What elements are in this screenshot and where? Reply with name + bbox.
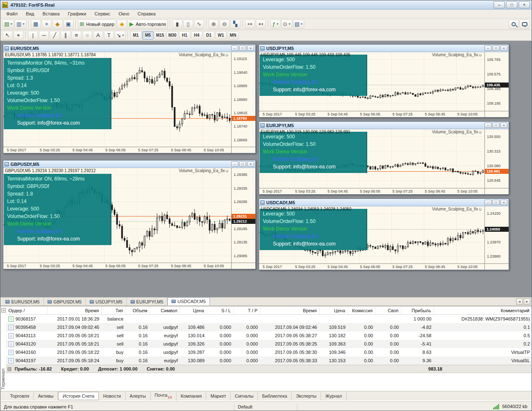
history-row-90443197[interactable]: ↑904431972017.09.05 05:18:24buy0.16eurjp… [6, 356, 532, 365]
vertical-line-button[interactable]: | [28, 31, 38, 40]
column-header-swap[interactable]: Своп [376, 306, 401, 314]
column-header-volume[interactable]: Объем [126, 306, 150, 314]
crosshair-button[interactable]: ⌖ [13, 31, 23, 40]
navigator-button[interactable]: ◆ [53, 20, 63, 29]
chart-titlebar-usdcadf[interactable]: USDCADf,M5–□× [259, 199, 509, 206]
chart-titlebar-gbpusdf[interactable]: GBPUSDf,M5–□× [3, 160, 255, 168]
auto-scroll-button[interactable]: ↦ [245, 20, 255, 29]
menu-item-2[interactable]: Вставка [38, 10, 64, 17]
chart-tab-gbpusdf-m5[interactable]: GBPUSDf,M5 [44, 298, 86, 306]
shapes-button[interactable]: ○ [82, 31, 92, 40]
tile-windows-button[interactable]: ▚ [230, 20, 240, 29]
chart-tab-usdcadf-m5[interactable]: USDCADf,M5 [167, 297, 210, 306]
chart-close-button[interactable]: × [247, 161, 254, 167]
time-axis[interactable]: 5 Sep 20175 Sep 03:255 Sep 04:455 Sep 06… [3, 147, 231, 153]
chart-close-button[interactable]: × [500, 45, 507, 51]
chart-titlebar-eurusdf[interactable]: EURUSDf,M5–□× [3, 45, 255, 52]
price-scale[interactable]: 1.191151.190401.189651.188901.188151.187… [231, 52, 255, 147]
timeframe-m30[interactable]: M30 [166, 31, 178, 40]
terminal-close-icon[interactable]: × [1, 308, 6, 313]
autotrade-button[interactable]: ▶Авто-торговля [128, 20, 168, 29]
time-axis[interactable]: 5 Sep 20175 Sep 03:255 Sep 04:455 Sep 06… [3, 263, 231, 269]
chart-close-button[interactable]: × [247, 45, 254, 51]
time-axis[interactable]: 5 Sep 20175 Sep 03:255 Sep 04:455 Sep 06… [259, 263, 484, 270]
title-bar[interactable]: 479102: FortFS-Real – □ × [0, 0, 532, 10]
menu-item-6[interactable]: Справка [134, 10, 160, 17]
arrows-button[interactable]: ↘▾ [115, 31, 126, 40]
history-row-90443160[interactable]: ↑904431602017.09.05 05:18:22buy0.16usdjp… [6, 348, 532, 356]
candlestick-button[interactable]: ▯ [183, 20, 193, 29]
terminal-tab-company[interactable]: Компания [176, 392, 206, 400]
column-header-time[interactable]: Время [48, 306, 102, 314]
menu-item-0[interactable]: Файл [2, 10, 22, 17]
window-close-button[interactable]: × [519, 1, 530, 8]
chart-tab-usdjpyf-m5[interactable]: USDJPYf,M5 [86, 298, 127, 306]
menu-item-3[interactable]: Графики [64, 10, 91, 17]
menu-item-4[interactable]: Сервис [91, 10, 115, 17]
chart-restore-button[interactable]: □ [239, 161, 246, 167]
window-minimize-button[interactable]: – [494, 1, 505, 8]
timeframe-mn[interactable]: MN [227, 31, 239, 40]
chart-close-button[interactable]: × [500, 123, 507, 128]
time-axis[interactable]: 5 Sep 20175 Sep 03:255 Sep 04:455 Sep 06… [259, 188, 484, 194]
terminal-tab-experts[interactable]: Эксперты [292, 392, 321, 400]
search-button[interactable] [509, 20, 519, 29]
data-window-button[interactable]: ⌖ [42, 20, 52, 29]
column-header-type[interactable]: Тип [102, 306, 126, 314]
zoom-in-button[interactable]: ⊕ [209, 20, 219, 29]
terminal-tab-journal[interactable]: Журнал [321, 392, 346, 400]
bar-chart-button[interactable]: ▮ [172, 20, 182, 29]
window-restore-button[interactable]: □ [506, 1, 517, 8]
chart-restore-button[interactable]: □ [492, 45, 499, 51]
column-header-tp[interactable]: T / P [234, 306, 260, 314]
timeframe-d1[interactable]: D1 [203, 31, 214, 40]
chart-plot-usdjpyf[interactable]: USDJPYf,M5 109.445 109.445 109.433 109.4… [259, 52, 484, 111]
menu-item-5[interactable]: Окно [114, 10, 134, 17]
column-header-commission[interactable]: Комиссия [348, 306, 376, 314]
chart-close-button[interactable]: × [500, 200, 507, 205]
chart-plot-gbpusdf[interactable]: GBPUSDf,M5 1.29216 1.29230 1.29197 1.292… [3, 168, 231, 263]
price-scale[interactable]: 1.241501.239701.238801.24050 [484, 206, 509, 263]
column-header-comment[interactable]: Комментарий [434, 306, 532, 314]
new-chart-button[interactable]: ▤▾ [3, 20, 14, 29]
time-axis[interactable]: 5 Sep 20175 Sep 03:255 Sep 04:455 Sep 06… [259, 111, 484, 117]
terminal-tab-account-history[interactable]: История Счета [58, 392, 99, 400]
chart-titlebar-usdjpyf[interactable]: USDJPYf,M5–□× [259, 45, 509, 52]
timeframe-m5[interactable]: M5 [142, 31, 154, 40]
periods-button[interactable]: ⊙▾ [281, 20, 292, 29]
templates-button[interactable]: ▧▾ [293, 20, 304, 29]
history-row-90368157[interactable]: ↑903681572017.09.01 18:36:29balance1 000… [6, 315, 532, 323]
terminal-tab-library[interactable]: Библиотека [258, 392, 292, 400]
metaeditor-button[interactable]: ◆ [117, 20, 127, 29]
chart-minimize-button[interactable]: – [484, 200, 492, 205]
column-header-sl[interactable]: S / L [207, 306, 234, 314]
indicators-button[interactable]: ƒ▾ [270, 20, 280, 29]
column-header-profit[interactable]: Прибыль [401, 306, 434, 314]
fibonacci-button[interactable]: ≡ [71, 31, 81, 40]
terminal-button[interactable]: ▣ [63, 20, 73, 29]
terminal-tab-signals[interactable]: Сигналы [231, 392, 258, 400]
text-button[interactable]: A [93, 31, 103, 40]
chart-plot-eurusdf[interactable]: EURUSDf,M5 1.18785 1.18792 1.18771 1.187… [3, 52, 231, 147]
zoom-out-button[interactable]: ⊖ [219, 20, 229, 29]
timeframe-w1[interactable]: W1 [215, 31, 227, 40]
chart-restore-button[interactable]: □ [239, 45, 246, 51]
chat-button[interactable] [519, 20, 529, 29]
chart-restore-button[interactable]: □ [492, 123, 499, 128]
cursor-button[interactable]: ↖ [3, 31, 13, 40]
line-chart-button[interactable]: ∿ [194, 20, 204, 29]
chart-shift-button[interactable]: ↤ [256, 20, 266, 29]
chart-plot-eurjpyf[interactable]: EURJPYf,M5 130.015 130.006 129.982 129.9… [259, 129, 484, 188]
chart-plot-usdcadf[interactable]: USDCADf,M5 1.24034 1.24053 1.24028 1.240… [259, 206, 484, 263]
chart-minimize-button[interactable]: – [231, 45, 238, 51]
chart-tab-eurjpyf-m5[interactable]: EURJPYf,M5 [127, 298, 168, 306]
column-header-time2[interactable]: Время [260, 306, 320, 314]
terminal-tab-trade[interactable]: Торговля [6, 392, 34, 400]
price-scale[interactable]: 130.550130.315130.080129.845129.991 [484, 129, 509, 188]
new-order-button[interactable]: ⊞Новый ордер [78, 20, 116, 29]
chart-titlebar-eurjpyf[interactable]: EURJPYf,M5–□× [259, 122, 509, 129]
status-profile[interactable]: Default [234, 404, 297, 409]
chart-tab-eurusdf-m5[interactable]: EURUSDf,M5 [2, 298, 44, 306]
terminal-tab-market[interactable]: Маркет [206, 392, 230, 400]
history-row-90443120[interactable]: ↓904431202017.09.05 05:18:21sell0.16usdj… [6, 340, 532, 348]
